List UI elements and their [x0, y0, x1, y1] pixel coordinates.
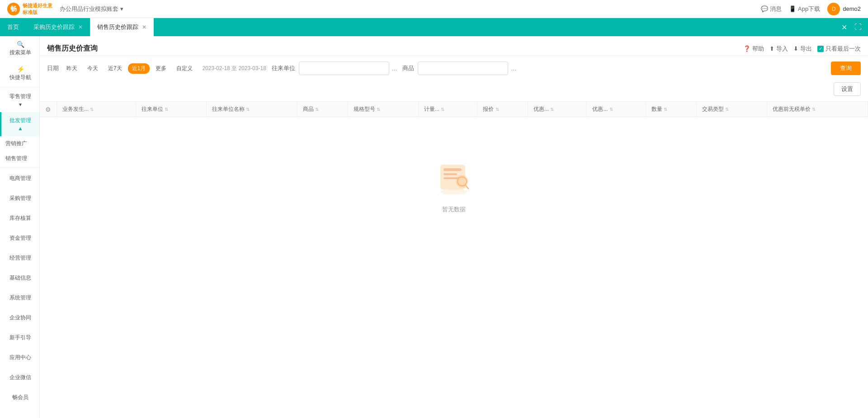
partner-dots-button[interactable]: ... [392, 65, 397, 72]
download-action[interactable]: 📱 App下载 [789, 5, 820, 13]
search-icon: 🔍 [17, 41, 24, 48]
sidebar-item-system[interactable]: 系统管理 [0, 288, 39, 308]
product-dots-button[interactable]: ... [511, 65, 516, 72]
sort-qty-icon: ⇅ [664, 107, 667, 112]
sidebar-item-guide[interactable]: 新手引导 [0, 328, 39, 347]
th-discount2[interactable]: 优惠... ⇅ [587, 102, 646, 117]
export-button[interactable]: ⬇ 导出 [793, 45, 812, 53]
sidebar-item-app-center[interactable]: 应用中心 [0, 347, 39, 367]
th-spec[interactable]: 规格型号 ⇅ [348, 102, 418, 117]
svg-point-0 [440, 189, 467, 195]
sidebar-item-wechat[interactable]: 企业微信 [0, 367, 39, 387]
avatar: D [827, 3, 840, 15]
chevron-down-icon: ▾ [120, 5, 123, 12]
data-table: ⚙ 业务发生... ⇅ 往来单位 ⇅ 往来单位名称 ⇅ [40, 102, 868, 117]
th-discount1[interactable]: 优惠... ⇅ [528, 102, 587, 117]
page-title: 销售历史价查询 [47, 44, 98, 53]
logo-text: 畅捷通好生意 标准版 [23, 2, 52, 15]
filter-bar: 日期 昨天 今天 近7天 近1月 更多 自定义 2023-02-18 至 202… [40, 56, 868, 102]
th-quote[interactable]: 报价 ⇅ [477, 102, 528, 117]
th-unit[interactable]: 计量... ⇅ [418, 102, 477, 117]
sidebar-item-search-menu[interactable]: 🔍 搜索菜单 [0, 36, 39, 61]
th-settings[interactable]: ⚙ [40, 102, 57, 117]
top-bar-left: 畅 畅捷通好生意 标准版 办公用品行业模拟账套 ▾ [7, 2, 127, 15]
sidebar-item-quick-nav[interactable]: ⚡ 快捷导航 [0, 61, 39, 86]
th-partner-code[interactable]: 往来单位 ⇅ [136, 102, 206, 117]
date-pill-more[interactable]: 更多 [151, 63, 170, 74]
message-action[interactable]: 💬 消息 [761, 5, 782, 13]
user-area[interactable]: D demo2 [827, 3, 861, 15]
svg-rect-2 [443, 168, 462, 171]
import-button[interactable]: ⬆ 导入 [769, 45, 788, 53]
tab-sales-history[interactable]: 销售历史价跟踪 ✕ [90, 18, 154, 36]
sidebar-item-member[interactable]: 畅会员 [0, 387, 39, 407]
logo-icon: 畅 [7, 3, 20, 15]
last-only-checkbox-label[interactable]: ✓ 只看最后一次 [817, 45, 861, 53]
sort-biz-date-icon: ⇅ [90, 107, 94, 112]
partner-input[interactable] [299, 62, 389, 75]
maximize-window-button[interactable]: ⛶ [852, 21, 864, 33]
sidebar-item-inventory[interactable]: 库存核算 [0, 208, 39, 228]
sort-trade-type-icon: ⇅ [725, 107, 729, 112]
partner-input-group: ... [299, 62, 397, 75]
th-pre-tax-price[interactable]: 优惠前无税单价 ⇅ [767, 102, 868, 117]
table-container: ⚙ 业务发生... ⇅ 往来单位 ⇅ 往来单位名称 ⇅ [40, 102, 868, 418]
sidebar-item-basic-info[interactable]: 基础信息 [0, 268, 39, 288]
sidebar-sub-marketing[interactable]: 营销推广 [0, 136, 39, 151]
import-icon: ⬆ [769, 45, 774, 52]
date-range-text: 2023-02-18 至 2023-03-18 [202, 65, 266, 72]
sidebar-divider-1 [0, 87, 39, 87]
sidebar-item-purchase-mgmt[interactable]: 采购管理 [0, 188, 39, 208]
th-partner-name[interactable]: 往来单位名称 ⇅ [207, 102, 297, 117]
sort-unit-icon: ⇅ [441, 107, 444, 112]
product-label: 商品 [402, 64, 414, 72]
th-trade-type[interactable]: 交易类型 ⇅ [696, 102, 767, 117]
query-button[interactable]: 查询 [831, 62, 861, 75]
sort-discount1-icon: ⇅ [550, 107, 554, 112]
close-window-button[interactable]: ✕ [839, 21, 850, 33]
checkbox-checked-icon: ✓ [817, 46, 824, 52]
sort-partner-name-icon: ⇅ [246, 107, 250, 112]
date-filter-group: 日期 昨天 今天 近7天 近1月 更多 自定义 2023-02-18 至 202… [47, 63, 266, 74]
sidebar-sub-sales-mgmt[interactable]: 销售管理 [0, 151, 39, 166]
date-pill-custom[interactable]: 自定义 [172, 63, 197, 74]
close-purchase-tab-icon[interactable]: ✕ [78, 24, 83, 30]
table-header-row: ⚙ 业务发生... ⇅ 往来单位 ⇅ 往来单位名称 ⇅ [40, 102, 868, 117]
sidebar-item-ecommerce[interactable]: 电商管理 [0, 168, 39, 188]
settings-gear-icon[interactable]: ⚙ [45, 106, 51, 113]
tab-purchase-history[interactable]: 采购历史价跟踪 ✕ [26, 18, 90, 36]
th-product[interactable]: 商品 ⇅ [297, 102, 348, 117]
empty-illustration [431, 153, 476, 200]
close-sales-tab-icon[interactable]: ✕ [142, 24, 146, 30]
sort-partner-code-icon: ⇅ [165, 107, 168, 112]
sidebar-item-wholesale-mgmt[interactable]: 批发管理 ▲ [0, 112, 39, 136]
sidebar-item-finance[interactable]: 资金管理 [0, 228, 39, 248]
table-head: ⚙ 业务发生... ⇅ 往来单位 ⇅ 往来单位名称 ⇅ [40, 102, 868, 117]
help-button[interactable]: ❓ 帮助 [743, 45, 764, 53]
sidebar-divider-2 [0, 167, 39, 167]
sidebar: 🔍 搜索菜单 ⚡ 快捷导航 零售管理 ▾ 批发管理 ▲ 营销推广 销售管理 电商… [0, 36, 40, 418]
th-biz-date[interactable]: 业务发生... ⇅ [57, 102, 136, 117]
product-input[interactable] [418, 62, 508, 75]
partner-label: 往来单位 [272, 64, 295, 72]
sidebar-item-operation[interactable]: 经营管理 [0, 248, 39, 268]
logo-area: 畅 畅捷通好生意 标准版 [7, 2, 52, 15]
date-pills: 昨天 今天 近7天 近1月 更多 自定义 [62, 63, 197, 74]
tab-bar: 首页 采购历史价跟踪 ✕ 销售历史价跟踪 ✕ ✕ ⛶ [0, 18, 868, 36]
date-pill-7days[interactable]: 近7天 [104, 63, 126, 74]
date-pill-today[interactable]: 今天 [83, 63, 102, 74]
filter-right-actions: 查询 [831, 62, 861, 75]
tab-home[interactable]: 首页 [0, 18, 26, 36]
settings-button[interactable]: 设置 [834, 82, 861, 96]
help-icon: ❓ [743, 45, 750, 52]
date-pill-yesterday[interactable]: 昨天 [62, 63, 81, 74]
export-icon: ⬇ [793, 45, 798, 52]
sort-pre-tax-icon: ⇅ [812, 107, 816, 112]
sidebar-item-enterprise[interactable]: 企业协同 [0, 308, 39, 328]
date-pill-1month[interactable]: 近1月 [128, 63, 150, 74]
th-qty[interactable]: 数量 ⇅ [646, 102, 696, 117]
app-selector[interactable]: 办公用品行业模拟账套 ▾ [56, 3, 127, 15]
sidebar-item-retail-mgmt[interactable]: 零售管理 ▾ [0, 88, 39, 112]
chevron-up-icon: ▲ [18, 125, 23, 132]
main-layout: 🔍 搜索菜单 ⚡ 快捷导航 零售管理 ▾ 批发管理 ▲ 营销推广 销售管理 电商… [0, 36, 868, 418]
